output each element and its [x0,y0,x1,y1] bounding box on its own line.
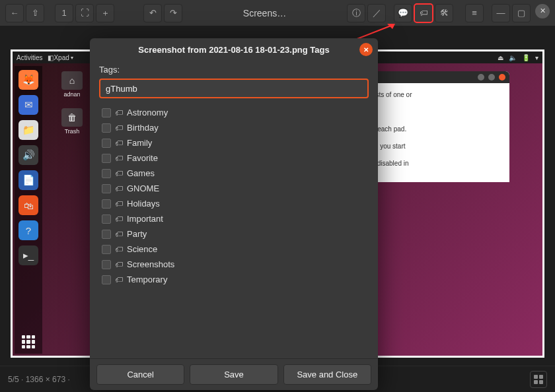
tag-name: GNOME [127,183,159,193]
tag-input[interactable] [99,79,369,98]
tag-checkbox[interactable] [102,230,111,239]
tag-item[interactable]: 🏷Birthday [99,120,369,135]
tag-item[interactable]: 🏷Games [99,166,369,181]
dock-software: 🛍 [18,195,38,215]
desktop-folder-adnan: ⌂ adnan [56,71,88,98]
tag-item[interactable]: 🏷Screenshots [99,257,369,272]
tag-icon: 🏷 [115,184,123,193]
dock-rhythmbox: 🔊 [18,145,38,165]
save-close-button[interactable]: Save and Close [283,364,371,385]
tag-item[interactable]: 🏷Party [99,226,369,242]
battery-icon: 🔋 [522,54,530,61]
tag-item[interactable]: 🏷Family [99,135,369,150]
tag-list: 🏷Astronomy🏷Birthday🏷Family🏷Favorite🏷Game… [99,105,369,354]
edit-button[interactable]: ／ [367,4,386,22]
dropdown-icon: ▾ [71,55,73,61]
tag-name: Important [127,214,163,224]
tag-icon: 🏷 [115,214,123,224]
window-close[interactable]: ✕ [535,4,550,18]
sound-icon: 🔈 [509,54,517,61]
cancel-button[interactable]: Cancel [96,364,184,385]
xpad-label: Xpad [54,54,69,61]
tag-icon: 🏷 [115,230,123,239]
window-minimize[interactable]: — [492,4,510,22]
tag-checkbox[interactable] [102,123,111,133]
gallery-view-button[interactable] [530,371,547,388]
menu-button[interactable]: ≡ [465,4,484,22]
app-toolbar: ← ⇧ 1 ⛶ ＋ ↶ ↷ Screens… ⓘ ／ 💬 🏷 🛠 ≡ — ▢ ✕ [0,0,555,26]
dock-terminal: ▸_ [18,245,38,265]
tools-button[interactable]: 🛠 [435,4,453,22]
tag-checkbox[interactable] [102,184,111,193]
undo-button[interactable]: ↶ [143,4,162,22]
adnan-label: adnan [56,91,88,98]
tag-item[interactable]: 🏷Favorite [99,150,369,166]
zoom-button[interactable]: ＋ [96,4,114,22]
tag-item[interactable]: 🏷Holidays [99,196,369,211]
tag-item[interactable]: 🏷Temporary [99,272,369,287]
tag-checkbox[interactable] [102,154,111,163]
fit-button[interactable]: ⛶ [75,4,94,22]
tag-checkbox[interactable] [102,214,111,224]
dock-apps-grid [20,334,36,350]
comment-button[interactable]: 💬 [394,4,412,22]
tag-item[interactable]: 🏷Astronomy [99,105,369,120]
tag-item[interactable]: 🏷Science [99,242,369,257]
tag-checkbox[interactable] [102,275,111,284]
dock-files: 📁 [18,120,38,140]
home-icon: ⌂ [61,71,83,90]
dock-help: ? [18,220,38,240]
network-icon: ⏏ [498,54,503,61]
tag-icon: 🏷 [115,108,123,117]
tag-icon: 🏷 [115,199,123,209]
xpad-min-icon [478,74,484,81]
tag-checkbox[interactable] [102,199,111,209]
tag-icon: 🏷 [115,169,123,178]
ubuntu-dock: 🦊 ✉ 📁 🔊 📄 🛍 ? ▸_ [15,66,42,354]
tag-name: Temporary [127,275,167,284]
trash-icon: 🗑 [61,108,83,127]
power-icon: ▾ [535,54,538,61]
dialog-close-button[interactable]: ✕ [359,43,373,56]
tag-name: Science [127,244,157,254]
tag-checkbox[interactable] [102,139,111,148]
one-to-one-button[interactable]: 1 [55,4,73,22]
tag-item[interactable]: 🏷Important [99,211,369,226]
tag-button[interactable]: 🏷 [414,4,433,22]
activities-label: Activities [17,54,42,61]
tag-checkbox[interactable] [102,260,111,269]
tag-name: Party [127,229,147,239]
tag-checkbox[interactable] [102,169,111,178]
window-maximize[interactable]: ▢ [512,4,531,22]
tag-icon: 🏷 [115,275,123,284]
tag-name: Games [127,168,155,178]
tag-checkbox[interactable] [102,108,111,117]
save-button[interactable]: Save [190,364,278,385]
tag-icon: 🏷 [115,123,123,133]
dock-libreoffice: 📄 [18,170,38,190]
tag-icon: 🏷 [115,154,123,163]
tag-name: Birthday [127,123,159,133]
up-button[interactable]: ⇧ [26,4,44,22]
xpad-indicator: ◧ [48,54,54,61]
tag-icon: 🏷 [115,139,123,148]
xpad-max-icon [488,74,495,81]
tag-item[interactable]: 🏷GNOME [99,181,369,196]
status-text: 5/5 · 1366 × 673 · [8,375,70,384]
tag-name: Holidays [127,199,160,209]
tag-name: Family [127,138,152,148]
redo-button[interactable]: ↷ [164,4,182,22]
tag-name: Astronomy [127,108,168,117]
tag-name: Screenshots [127,259,174,269]
back-button[interactable]: ← [5,4,24,22]
tag-name: Favorite [127,153,158,163]
desktop-trash: 🗑 Trash [56,108,88,135]
dock-firefox: 🦊 [18,70,38,90]
trash-label: Trash [56,128,88,135]
xpad-close-icon [499,74,505,81]
tags-dialog: Screenshot from 2021-08-16 18-01-23.png … [90,38,378,390]
dock-thunderbird: ✉ [18,95,38,115]
info-button[interactable]: ⓘ [347,4,365,22]
tag-checkbox[interactable] [102,245,111,254]
dialog-title-bar: Screenshot from 2021-08-16 18-01-23.png … [90,38,378,61]
